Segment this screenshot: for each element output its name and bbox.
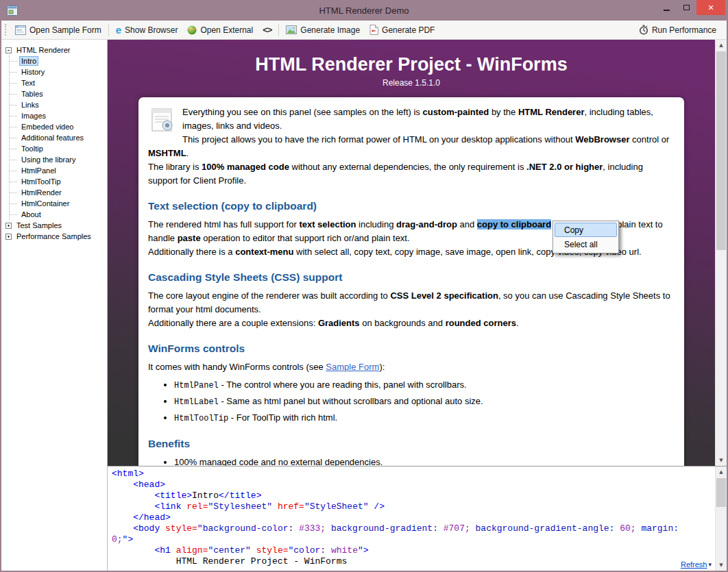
- sidebar-item-images[interactable]: Images: [10, 110, 106, 121]
- text-run: .NET 2.0 or higher: [526, 162, 603, 172]
- text-run: Additionally there are a couple extensio…: [148, 318, 318, 328]
- tree-item-label[interactable]: History: [19, 67, 47, 77]
- expand-icon[interactable]: [5, 234, 12, 240]
- maximize-button[interactable]: [677, 0, 696, 15]
- sample-form-link[interactable]: Sample Form: [326, 362, 379, 372]
- open-external-button[interactable]: Open External: [182, 23, 258, 37]
- toolbar-grip-handle[interactable]: [5, 24, 8, 36]
- sidebar-item-embeded-video[interactable]: Embeded video: [10, 121, 106, 132]
- sidebar-item-links[interactable]: Links: [10, 99, 106, 110]
- sidebar-item-htmlpanel[interactable]: HtmlPanel: [10, 165, 106, 176]
- arrow-down-icon: ▼: [719, 458, 723, 463]
- generate-image-button[interactable]: Generate Image: [281, 23, 365, 37]
- intro-paragraph: Everything you see on this panel (see sa…: [148, 105, 675, 133]
- expand-icon[interactable]: [5, 223, 12, 229]
- paragraph: The core layout engine of the renderer w…: [148, 289, 675, 316]
- view-source-button[interactable]: <>: [258, 23, 276, 37]
- sidebar-item-using-the-library[interactable]: Using the library: [10, 154, 106, 165]
- tree-item-label[interactable]: HtmlPanel: [19, 166, 58, 175]
- code-line: <h1 align="center" style="color: white">: [112, 545, 690, 556]
- text-run: HtmlPanel: [174, 381, 219, 390]
- refresh-control[interactable]: Refresh ▾: [681, 560, 712, 569]
- code-line: <link rel="Stylesheet" href="StyleSheet"…: [112, 501, 690, 512]
- close-button[interactable]: ✕: [696, 0, 725, 15]
- arrow-up-icon: ▲: [719, 469, 723, 475]
- tree-item-label[interactable]: Intro: [19, 56, 38, 66]
- scroll-down-button[interactable]: ▼: [716, 560, 727, 571]
- sidebar-item-tables[interactable]: Tables: [10, 88, 106, 99]
- section-heading: WinForms controls: [148, 342, 675, 356]
- sidebar-item-html-renderer[interactable]: HTML Renderer: [4, 45, 106, 55]
- scroll-up-button[interactable]: ▲: [716, 467, 727, 477]
- tree-item-label[interactable]: Links: [19, 100, 41, 110]
- bullet-list: HtmlPanel - The control where you are re…: [174, 378, 675, 425]
- context-menu-item-select-all[interactable]: Select all: [555, 237, 617, 251]
- scroll-down-button[interactable]: ▼: [716, 455, 727, 466]
- code-token: ": [358, 545, 363, 556]
- code-scrollbar[interactable]: ▲ ▼: [715, 467, 727, 571]
- paragraph: It comes with handy WinForms controls (s…: [148, 360, 675, 374]
- show-browser-label: Show Browser: [125, 25, 178, 35]
- image-icon: [286, 25, 297, 34]
- content-column: HTML Renderer Project - WinForms Release…: [108, 40, 727, 571]
- tree-item-label[interactable]: Performance Samples: [14, 232, 93, 241]
- sidebar-item-text[interactable]: Text: [10, 77, 106, 88]
- form-icon: [15, 25, 26, 35]
- html-preview-panel: HTML Renderer Project - WinForms Release…: [108, 40, 727, 467]
- open-external-label: Open External: [200, 25, 253, 35]
- sidebar-item-intro[interactable]: Intro: [10, 55, 106, 66]
- text-run: by the: [489, 107, 518, 117]
- tree-item-label[interactable]: Text: [19, 78, 37, 88]
- text-run: The library is: [148, 162, 202, 172]
- collapse-icon[interactable]: [5, 47, 12, 53]
- scrollbar-thumb[interactable]: [716, 51, 726, 250]
- sidebar-item-htmltooltip[interactable]: HtmlToolTip: [10, 176, 106, 187]
- tree-item-label[interactable]: HtmlToolTip: [19, 177, 63, 186]
- sidebar-item-htmlcontainer[interactable]: HtmlContainer: [10, 198, 106, 209]
- tree-item-label[interactable]: Tables: [19, 89, 45, 99]
- sidebar-item-history[interactable]: History: [10, 66, 106, 77]
- sidebar-item-performance-samples[interactable]: Performance Samples: [4, 231, 106, 242]
- tree-item-label[interactable]: Test Samples: [14, 221, 64, 230]
- code-area[interactable]: <html> <head> <title>Intro</title> <link…: [108, 467, 715, 571]
- tree-item-label[interactable]: Additional features: [19, 133, 86, 142]
- tree-item-label[interactable]: HTML Renderer: [14, 45, 72, 55]
- code-token: "Stylesheet": [208, 501, 272, 512]
- toolbar-separator: [278, 24, 279, 36]
- show-browser-button[interactable]: e Show Browser: [111, 23, 183, 37]
- sidebar-item-additional-features[interactable]: Additional features: [10, 132, 106, 143]
- run-performance-button[interactable]: Run Performance: [634, 23, 721, 37]
- scrollbar-thumb[interactable]: [716, 478, 726, 507]
- pdf-icon: [369, 25, 378, 35]
- open-sample-form-button[interactable]: Open Sample Form: [10, 23, 106, 37]
- minimize-button[interactable]: [657, 0, 677, 15]
- tree-item-label[interactable]: Using the library: [19, 155, 77, 164]
- maximize-icon: [683, 5, 690, 10]
- tree-item-label[interactable]: Tooltip: [19, 144, 45, 153]
- bullet-item: 100% managed code and no external depend…: [174, 456, 675, 466]
- sidebar-item-htmlrender[interactable]: HtmlRender: [10, 187, 106, 198]
- text-run: The rendered html has full support for: [148, 219, 299, 229]
- code-token: white: [326, 545, 358, 556]
- tree-item-label[interactable]: Embeded video: [19, 122, 75, 132]
- tree-item-label[interactable]: Images: [19, 111, 48, 121]
- code-token: <link: [154, 501, 181, 512]
- sidebar-item-test-samples[interactable]: Test Samples: [4, 220, 106, 231]
- refresh-link[interactable]: Refresh: [681, 560, 707, 569]
- text-run: MSHTML: [148, 148, 186, 158]
- code-token: [112, 512, 133, 523]
- text-run: paste: [178, 233, 201, 243]
- main-scrollbar[interactable]: ▲ ▼: [715, 40, 727, 466]
- text-run: without any external dependencies, the o…: [289, 162, 526, 172]
- sidebar-item-about[interactable]: About: [10, 209, 106, 220]
- code-token: background-gradient-angle:: [470, 523, 615, 534]
- text-run: Gradients: [318, 318, 360, 328]
- sidebar-item-tooltip[interactable]: Tooltip: [10, 143, 106, 154]
- tree-item-label[interactable]: HtmlContainer: [19, 199, 71, 208]
- context-menu-item-copy[interactable]: Copy: [555, 223, 617, 237]
- tree-item-label[interactable]: HtmlRender: [19, 188, 64, 197]
- tree-item-label[interactable]: About: [19, 210, 43, 219]
- generate-pdf-button[interactable]: Generate PDF: [365, 23, 439, 37]
- code-line: <html>: [112, 469, 690, 480]
- scroll-up-button[interactable]: ▲: [716, 40, 727, 51]
